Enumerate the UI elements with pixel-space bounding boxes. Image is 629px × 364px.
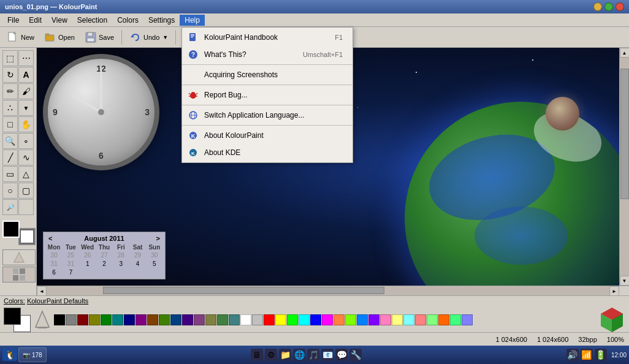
magnify-tool[interactable]: 🔍 [2,133,18,149]
swatch-14[interactable] [217,314,228,325]
swatch-22[interactable] [310,314,321,325]
cal-day-26[interactable]: 26 [80,251,96,259]
menu-about-kolour[interactable]: K About KolourPaint [182,127,353,144]
select-free-tool[interactable]: ⋯ [18,50,34,66]
undo-button[interactable]: Undo ▼ [125,29,172,46]
swatch-24[interactable] [334,314,345,325]
menu-handbook[interactable]: KolourPaint Handbook F1 [182,29,353,46]
brush-tool[interactable]: 🖌 [18,83,34,99]
taskbar-icon-7[interactable]: 💬 [335,349,348,361]
color-picker-tool[interactable]: ✋ [18,116,34,132]
swatch-9[interactable] [159,314,170,325]
swatch-2[interactable] [77,314,88,325]
h-scroll-track[interactable] [47,286,609,295]
menu-switch-lang[interactable]: Switch Application Language... [182,107,353,124]
cal-day-27[interactable]: 27 [96,251,112,259]
swatch-1[interactable] [66,314,77,325]
swatch-26[interactable] [357,314,368,325]
swatch-20[interactable] [287,314,298,325]
transparent-button[interactable] [33,308,51,332]
swatch-23[interactable] [322,314,333,325]
cal-next-btn[interactable]: > [154,235,162,242]
airbrush-tool[interactable]: ∴ [2,100,18,116]
taskbar-icon-2[interactable]: ⚙ [265,349,277,361]
swatch-5[interactable] [112,314,123,325]
swatch-19[interactable] [275,314,286,325]
cal-day-30-prev[interactable]: 30 [46,251,62,259]
scroll-left-btn[interactable]: ◄ [37,286,47,295]
save-button[interactable]: Save [80,29,118,46]
swatch-16[interactable] [240,314,251,325]
tray-icon-1[interactable]: 🔊 [566,349,579,361]
undo-dropdown-arrow[interactable]: ▼ [162,34,168,40]
cal-day-3[interactable]: 3 [113,260,129,268]
toolbox-color-option[interactable] [2,249,36,265]
swatch-8[interactable] [147,314,158,325]
menu-edit[interactable]: Edit [24,15,47,26]
text-tool[interactable]: A [18,67,34,83]
toolbox-bg-color[interactable] [18,228,36,245]
swatch-21[interactable] [299,314,310,325]
new-button[interactable]: New [2,29,39,46]
curve-tool[interactable]: ∿ [18,150,34,165]
swatch-7[interactable] [135,314,147,325]
swatch-3[interactable] [89,314,100,325]
scroll-right-btn[interactable]: ► [609,286,619,295]
menu-about-kde[interactable]: K About KDE [182,144,353,161]
taskbar-clock[interactable]: 12:00 [611,352,627,358]
eraser-tool[interactable]: □ [2,116,18,132]
swatch-13[interactable] [205,314,216,325]
tray-icon-3[interactable]: 🔋 [595,349,607,361]
spraycan-tool[interactable]: ∘ [18,133,34,149]
cal-day-4[interactable]: 4 [129,260,145,268]
cal-day-28[interactable]: 28 [113,251,129,259]
cal-day-7[interactable]: 7 [63,268,78,276]
swatch-12[interactable] [194,314,205,325]
scroll-thumb[interactable] [620,69,629,200]
polygon-tool[interactable]: △ [18,166,34,182]
swatch-29[interactable] [392,314,403,325]
taskbar-item-app[interactable]: 📷 178 [18,347,47,362]
toolbox-pattern-option[interactable] [2,267,36,282]
swatch-17[interactable] [252,314,263,325]
cal-day-31-prev[interactable]: 31 [46,260,62,268]
swatch-11[interactable] [182,314,193,325]
swatch-35[interactable] [462,314,473,325]
swatch-34[interactable] [450,314,461,325]
zoom-tool[interactable]: 🔎 [2,199,18,215]
menu-colors[interactable]: Colors [112,15,143,26]
swatch-27[interactable] [368,314,379,325]
select-rect-tool[interactable]: ⬚ [2,50,18,66]
foreground-color-swatch[interactable] [4,308,21,325]
minimize-button[interactable] [593,2,602,11]
taskbar-icon-8[interactable]: 🔧 [349,349,362,361]
cal-day-25[interactable]: 25 [63,251,78,259]
cal-prev-btn[interactable]: < [46,235,55,242]
swatch-33[interactable] [438,314,449,325]
swatch-0[interactable] [54,314,65,325]
swatch-18[interactable] [264,314,275,325]
rotate-tool[interactable]: ↻ [2,67,18,83]
h-scroll-thumb[interactable] [103,287,384,294]
menu-view[interactable]: View [47,15,72,26]
cal-day-2[interactable]: 2 [96,260,112,268]
cal-day-31[interactable]: 31 [63,260,78,268]
pencil-tool[interactable]: ✏ [2,83,18,99]
rect-tool[interactable]: ▭ [2,166,18,182]
taskbar-icon-4[interactable]: 🌐 [293,349,305,361]
flood-tool[interactable]: ▼ [18,100,34,116]
tray-icon-2[interactable]: 📶 [581,349,593,361]
menu-settings[interactable]: Settings [143,15,180,26]
taskbar-icon-5[interactable]: 🎵 [307,349,319,361]
cal-day-6[interactable]: 6 [46,268,62,276]
swatch-15[interactable] [229,314,240,325]
taskbar-icon-3[interactable]: 📁 [279,349,291,361]
swatch-25[interactable] [345,314,356,325]
cal-day-5[interactable]: 5 [147,260,162,268]
scroll-track[interactable] [620,58,630,276]
open-button[interactable]: Open [40,29,79,46]
line-tool[interactable]: ╱ [2,150,18,165]
taskbar-icon-1[interactable]: 🖥 [251,349,263,361]
scroll-up-btn[interactable]: ▲ [620,48,630,58]
menu-selection[interactable]: Selection [72,15,112,26]
